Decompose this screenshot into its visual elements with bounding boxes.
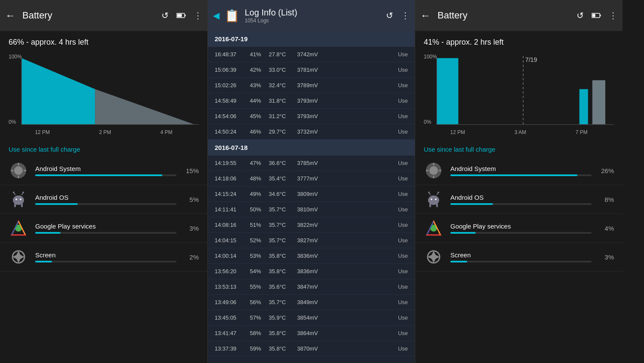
left-use-since-label: Use since last full charge — [0, 140, 207, 156]
right-back-button[interactable]: ← — [420, 9, 431, 21]
log-row[interactable]: 13:49:06 56% 35.7°C 3849mV Use — [208, 295, 415, 310]
svg-point-8 — [14, 166, 23, 175]
left-more-button[interactable]: ⋮ — [194, 10, 202, 21]
right-app-bar-2 — [450, 232, 476, 234]
log-time: 13:45:05 — [215, 314, 246, 321]
log-action: Use — [398, 175, 408, 182]
log-time: 13:41:47 — [215, 330, 246, 336]
left-app-name-1: Android OS — [35, 194, 176, 201]
log-action: Use — [398, 160, 408, 166]
log-row[interactable]: 14:11:41 50% 35.7°C 3810mV Use — [208, 202, 415, 217]
left-app-item-3[interactable]: Screen 2% — [0, 243, 207, 271]
log-mv: 3793mV — [297, 98, 394, 104]
log-row[interactable]: 15:06:39 42% 33.0°C 3781mV Use — [208, 62, 415, 78]
left-app-info-0: Android System — [35, 165, 176, 176]
svg-point-53 — [431, 198, 432, 200]
right-app-item-3[interactable]: Screen 3% — [415, 243, 623, 271]
log-row[interactable]: 14:08:16 51% 35.7°C 3822mV Use — [208, 217, 415, 233]
right-app-bar-container-3 — [450, 261, 592, 262]
left-app-item-2[interactable]: Google Play services 3% — [0, 214, 207, 243]
right-app-name-3: Screen — [450, 251, 592, 259]
log-row[interactable]: 14:58:49 44% 31.8°C 3793mV Use — [208, 93, 415, 109]
left-back-button[interactable]: ← — [5, 9, 15, 21]
svg-rect-59 — [429, 204, 431, 207]
left-refresh-button[interactable]: ↺ — [161, 10, 169, 21]
log-row[interactable]: 13:41:47 58% 35.8°C 3864mV Use — [208, 326, 415, 341]
left-app-name-3: Screen — [35, 251, 176, 259]
log-more-button[interactable]: ⋮ — [401, 10, 410, 21]
left-app-item-1[interactable]: Android OS 5% — [0, 185, 207, 214]
log-time: 16:48:37 — [215, 51, 246, 58]
right-app-info-3: Screen — [450, 251, 592, 262]
left-app-percent-1: 5% — [183, 196, 199, 203]
log-row[interactable]: 13:37:39 59% 35.8°C 3870mV Use — [208, 341, 415, 357]
left-app-item-0[interactable]: Android System 15% — [0, 156, 207, 185]
log-time: 14:11:41 — [215, 206, 246, 213]
right-app-icon-0 — [424, 161, 444, 180]
right-app-name-0: Android System — [450, 165, 592, 172]
log-subtitle: 1054 Logs — [245, 18, 381, 24]
log-row[interactable]: 13:45:05 57% 35.9°C 3854mV Use — [208, 310, 415, 326]
log-temp: 35.8°C — [269, 345, 293, 352]
log-mv: 3732mV — [297, 128, 394, 135]
log-action: Use — [398, 82, 408, 88]
right-header-icons: ↺ ⋮ — [577, 10, 617, 21]
svg-marker-40 — [437, 58, 458, 125]
left-app-bar-2 — [35, 232, 61, 234]
right-app-item-1[interactable]: Android OS 8% — [415, 185, 623, 214]
log-temp: 31.8°C — [269, 98, 293, 104]
svg-point-16 — [20, 198, 21, 200]
log-row[interactable]: 14:15:24 49% 34.6°C 3809mV Use — [208, 186, 415, 202]
log-row[interactable]: 14:54:06 45% 31.2°C 3793mV Use — [208, 109, 415, 124]
log-percent: 57% — [250, 314, 264, 321]
log-row[interactable]: 14:18:06 48% 35.4°C 3777mV Use — [208, 171, 415, 186]
log-action: Use — [398, 345, 408, 352]
right-app-item-0[interactable]: Android System 26% — [415, 156, 623, 185]
left-app-info-1: Android OS — [35, 194, 176, 205]
log-row[interactable]: 13:53:13 55% 35.6°C 3847mV Use — [208, 279, 415, 295]
log-percent: 59% — [250, 345, 264, 352]
left-panel: ← Battery ↺ ⋮ 66% - approx. 4 hrs left 1… — [0, 0, 207, 363]
right-more-button[interactable]: ⋮ — [609, 10, 617, 21]
log-action: Use — [398, 191, 408, 197]
svg-point-28 — [16, 226, 21, 230]
log-row[interactable]: 14:00:14 53% 35.8°C 3836mV Use — [208, 248, 415, 264]
log-percent: 54% — [250, 268, 264, 275]
log-content[interactable]: 2016-07-19 16:48:37 41% 27.8°C 3742mV Us… — [208, 31, 415, 363]
right-app-name-1: Android OS — [450, 194, 592, 201]
left-chart-area: 100% 0% 12 PM 2 PM 4 PM — [0, 50, 207, 140]
log-mv: 3781mV — [297, 67, 394, 73]
right-x-label-3: 7 PM — [575, 129, 587, 135]
right-app-item-2[interactable]: Google Play services 4% — [415, 214, 623, 243]
log-action: Use — [398, 237, 408, 244]
left-app-icon-2 — [9, 218, 28, 238]
log-temp: 35.8°C — [269, 330, 293, 336]
right-battery-icon — [592, 11, 601, 21]
log-percent: 45% — [250, 113, 264, 119]
log-row[interactable]: 14:19:55 47% 36.6°C 3785mV Use — [208, 156, 415, 171]
log-percent: 48% — [250, 175, 264, 182]
left-battery-status: 66% - approx. 4 hrs left — [0, 31, 207, 50]
log-refresh-button[interactable]: ↺ — [386, 10, 393, 21]
svg-point-54 — [435, 198, 437, 200]
log-row[interactable]: 16:48:37 41% 27.8°C 3742mV Use — [208, 47, 415, 62]
log-temp: 35.7°C — [269, 299, 293, 305]
log-row[interactable]: 14:50:24 46% 29.7°C 3732mV Use — [208, 124, 415, 140]
right-panel: ← Battery ↺ ⋮ 41% - approx. 2 hrs left 1… — [415, 0, 623, 363]
log-action: Use — [398, 206, 408, 213]
log-row[interactable]: 13:56:20 54% 35.8°C 3836mV Use — [208, 264, 415, 279]
left-app-percent-0: 15% — [183, 167, 199, 174]
left-app-info-3: Screen — [35, 251, 176, 262]
log-row[interactable]: 14:04:15 52% 35.7°C 3827mV Use — [208, 233, 415, 248]
right-chart-svg: 7/19 — [424, 54, 614, 127]
right-app-bar-container-1 — [450, 203, 592, 205]
log-title: Log Info (List) — [245, 8, 381, 18]
left-battery-icon — [176, 11, 186, 21]
svg-point-19 — [13, 192, 15, 193]
log-row[interactable]: 15:02:26 43% 32.4°C 3789mV Use — [208, 78, 415, 93]
log-back-button[interactable]: ◀ — [213, 10, 219, 21]
right-refresh-button[interactable]: ↺ — [577, 10, 584, 21]
right-app-bar-3 — [450, 261, 467, 262]
left-app-bar-3 — [35, 261, 52, 262]
right-app-name-2: Google Play services — [450, 223, 592, 230]
